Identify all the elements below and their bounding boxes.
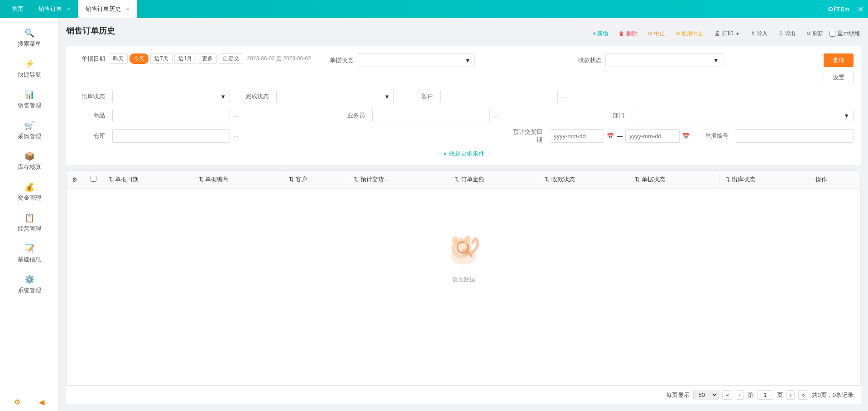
payment-status-select[interactable]: ▼ — [605, 53, 723, 67]
sidebar-item-system[interactable]: ⚙️ 系统管理 — [0, 269, 58, 300]
data-table: ⚙ ⇅ 单据日期 ⇅ 单据编号 ⇅ 客户 ⇅ 预计交货... ⇅ 订单金额 ⇅ … — [67, 171, 860, 189]
add-button[interactable]: + 新增 — [588, 28, 613, 39]
warehouse-input[interactable] — [112, 129, 230, 143]
stop-button[interactable]: ⊘ 中止 — [643, 28, 669, 39]
sidebar-item-search[interactable]: 🔍 搜索菜单 — [0, 23, 58, 53]
table-header-row: ⚙ ⇅ 单据日期 ⇅ 单据编号 ⇅ 客户 ⇅ 预计交货... ⇅ 订单金额 ⇅ … — [67, 171, 860, 189]
date-1month[interactable]: 近1月 — [174, 53, 197, 64]
last-page-button[interactable]: » — [798, 390, 808, 400]
table-footer: 每页显示 20 50 100 « ‹ 第 页 › » 共0页，0条记录 — [66, 386, 861, 404]
sidebar-item-finance[interactable]: 💰 资金管理 — [0, 177, 58, 208]
empty-state: 暂无数据 — [67, 189, 860, 320]
settings-button[interactable]: 设置 — [824, 71, 854, 84]
col-order-no[interactable]: ⇅ 单据编号 — [193, 171, 283, 189]
sidebar-item-base-info[interactable]: 📝 基础信息 — [0, 238, 58, 269]
date-more[interactable]: 更多 — [198, 53, 217, 64]
calendar-end-icon[interactable]: 📅 — [682, 133, 690, 140]
purchase-icon: 🛒 — [24, 121, 34, 131]
page-number-input[interactable] — [757, 390, 773, 400]
salesman-ellipsis[interactable]: ··· — [492, 112, 500, 119]
filter-row-4: 仓库 ··· 预计交货日期 📅 — 📅 单据编号 — [73, 128, 854, 144]
date-custom[interactable]: 自定义 — [219, 53, 243, 64]
top-bar-right: OfTEn ✕ — [828, 5, 863, 14]
sidebar-item-inventory[interactable]: 📦 库存核算 — [0, 146, 58, 177]
date-today[interactable]: 今天 — [129, 53, 149, 64]
col-checkbox[interactable] — [85, 171, 103, 189]
next-page-button[interactable]: › — [786, 390, 795, 400]
col-payment-status[interactable]: ⇅ 收款状态 — [539, 171, 629, 189]
department-dropdown-icon: ▼ — [844, 112, 849, 119]
col-amount[interactable]: ⇅ 订单金额 — [449, 171, 539, 189]
quick-nav-icon: ⚡ — [24, 59, 34, 69]
goods-input[interactable] — [112, 109, 230, 122]
show-cols-toggle[interactable]: 显示明细 — [830, 29, 861, 38]
base-info-icon: 📝 — [24, 244, 34, 254]
sidebar-item-sales[interactable]: 📊 销售管理 — [0, 84, 58, 115]
select-all-checkbox[interactable] — [91, 176, 96, 182]
sidebar-item-operation[interactable]: 📋 经营管理 — [0, 208, 58, 238]
date-label: 单据日期 — [73, 55, 105, 63]
refresh-button[interactable]: ↺ 刷新 — [802, 28, 828, 39]
sidebar-collapse-icon[interactable]: ◀ — [39, 398, 44, 406]
expected-date-start[interactable] — [550, 129, 604, 143]
sidebar-item-inventory-label: 库存核算 — [18, 163, 41, 171]
col-customer[interactable]: ⇅ 客户 — [283, 171, 348, 189]
operation-icon: 📋 — [24, 213, 34, 223]
warehouse-ellipsis[interactable]: ··· — [232, 133, 240, 140]
col-expected-date[interactable]: ⇅ 预计交货... — [348, 171, 449, 189]
date-dash: — — [617, 133, 623, 140]
col-expected-date-label: 预计交货... — [360, 176, 389, 183]
complete-status-select[interactable]: ▼ — [276, 90, 394, 103]
salesman-input[interactable] — [372, 109, 490, 122]
order-status-dropdown-icon: ▼ — [465, 57, 470, 64]
date-yesterday[interactable]: 昨天 — [109, 53, 128, 64]
page-label: 第 — [748, 391, 753, 399]
sidebar-item-purchase[interactable]: 🛒 采购管理 — [0, 115, 58, 146]
customer-input[interactable] — [440, 90, 558, 103]
ship-status-select[interactable]: ▼ — [112, 90, 230, 103]
col-ship-status[interactable]: ⇅ 出库状态 — [719, 171, 810, 189]
complete-status-dropdown-icon: ▼ — [384, 93, 390, 100]
sidebar-item-quick-nav[interactable]: ⚡ 快捷导航 — [0, 53, 58, 84]
expected-date-end[interactable] — [625, 129, 680, 143]
ship-status-dropdown-icon: ▼ — [220, 93, 226, 100]
topbar-close-icon[interactable]: ✕ — [858, 5, 863, 14]
col-settings[interactable]: ⚙ — [67, 171, 85, 189]
tab-sales-order-history-close[interactable]: ✕ — [125, 6, 129, 12]
import-button[interactable]: ⇪ 导入 — [746, 28, 772, 39]
goods-ellipsis[interactable]: ··· — [232, 112, 240, 119]
col-date[interactable]: ⇅ 单据日期 — [103, 171, 193, 189]
date-quick-buttons: 昨天 今天 近7天 近1月 更多 自定义 — [109, 53, 243, 64]
order-status-select[interactable]: ▼ — [357, 53, 475, 67]
tab-sales-order[interactable]: 销售订单 ✕ — [31, 0, 78, 18]
empty-text: 暂无数据 — [452, 276, 475, 284]
tab-sales-order-history[interactable]: 销售订单历史 ✕ — [78, 0, 137, 18]
calendar-start-icon[interactable]: 📅 — [607, 133, 614, 140]
customer-ellipsis[interactable]: ··· — [560, 93, 568, 100]
date-7days[interactable]: 近7天 — [150, 53, 173, 64]
export-button[interactable]: ⇩ 导出 — [774, 28, 800, 39]
delete-button[interactable]: 🗑 删除 — [614, 28, 641, 39]
expected-date-group: 📅 — 📅 — [550, 129, 690, 143]
col-ship-status-label: 出库状态 — [732, 176, 755, 183]
order-no-input[interactable] — [736, 129, 854, 143]
show-cols-checkbox[interactable] — [830, 31, 835, 37]
date-range-text: 2023-06-02 至 2023-06-02 — [247, 55, 311, 63]
sidebar-settings-icon[interactable]: ⚙ — [14, 398, 20, 406]
query-button[interactable]: 查询 — [824, 53, 854, 67]
prev-page-button[interactable]: ‹ — [736, 390, 744, 400]
goods-label: 商品 — [73, 111, 105, 120]
tab-home[interactable]: 首页 — [5, 0, 31, 18]
col-order-status[interactable]: ⇅ 单据状态 — [629, 171, 719, 189]
page-size-select[interactable]: 20 50 100 — [693, 390, 719, 400]
print-button[interactable]: 🖨 打印 ▼ — [710, 28, 744, 39]
sidebar-bottom: ⚙ ◀ — [0, 393, 58, 411]
collapse-row[interactable]: ∧ 收起更多条件 — [73, 150, 854, 158]
top-bar: 首页 销售订单 ✕ 销售订单历史 ✕ OfTEn ✕ — [0, 0, 868, 18]
cancel-stop-button[interactable]: ⊗ 取消中止 — [671, 28, 708, 39]
print-dropdown-icon: ▼ — [735, 31, 740, 36]
first-page-button[interactable]: « — [722, 390, 732, 400]
tab-sales-order-close[interactable]: ✕ — [67, 6, 71, 12]
department-select[interactable]: ▼ — [632, 109, 854, 122]
customer-label: 客户 — [401, 92, 433, 101]
